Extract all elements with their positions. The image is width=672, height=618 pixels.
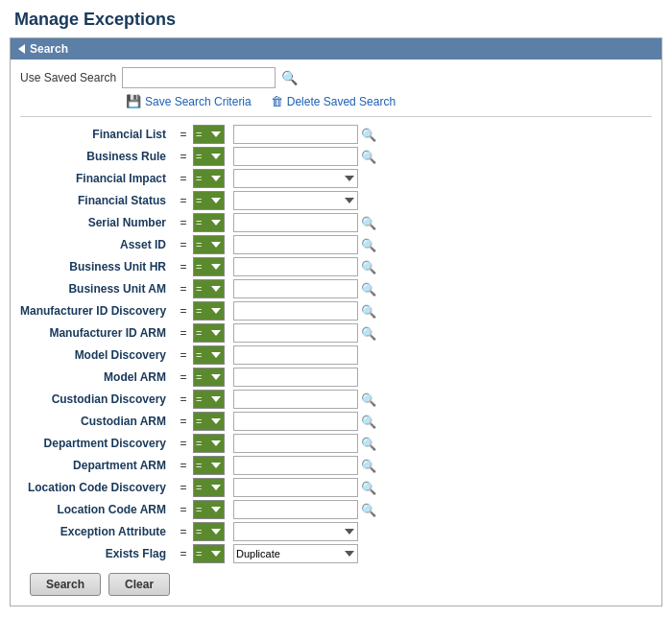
saved-search-label: Use Saved Search (20, 71, 116, 84)
field-value-input[interactable] (233, 500, 358, 519)
search-button[interactable]: Search (30, 573, 101, 596)
field-label-financial-impact: Financial Impact (20, 172, 174, 185)
operator-select[interactable]: =!=<><=>= (193, 434, 225, 453)
equals-sign: = (174, 547, 193, 560)
operator-select[interactable]: =!=<><=>= (193, 368, 225, 387)
triangle-icon (18, 44, 25, 54)
field-label-exception-attribute: Exception Attribute (20, 525, 174, 538)
field-search-icon[interactable]: 🔍 (361, 128, 376, 142)
field-row: Department Discovery==!=<><=>=🔍 (20, 434, 652, 453)
field-row: Location Code Discovery==!=<><=>=🔍 (20, 478, 652, 497)
field-row: Exception Attribute==!=<><=>= (20, 522, 652, 541)
field-search-icon[interactable]: 🔍 (361, 150, 376, 164)
field-search-icon[interactable]: 🔍 (361, 459, 376, 473)
field-search-icon[interactable]: 🔍 (361, 260, 376, 274)
divider (20, 116, 652, 117)
field-value-input[interactable] (233, 434, 358, 453)
search-panel-header: Search (11, 38, 661, 59)
equals-sign: = (174, 503, 193, 516)
field-value-input[interactable] (233, 323, 358, 343)
field-search-icon[interactable]: 🔍 (361, 304, 376, 319)
field-value-input[interactable] (233, 279, 358, 298)
delete-icon: 🗑 (271, 94, 283, 108)
field-row: Manufacturer ID ARM==!=<><=>=🔍 (20, 323, 652, 343)
operator-select[interactable]: =!=<><=>= (193, 169, 225, 188)
field-search-icon[interactable]: 🔍 (361, 238, 376, 252)
field-value-input[interactable] (233, 412, 358, 431)
field-row: Financial Impact==!=<><=>= (20, 169, 652, 188)
field-value-dropdown[interactable] (233, 522, 358, 541)
equals-sign: = (174, 150, 193, 163)
field-search-icon[interactable]: 🔍 (361, 392, 376, 407)
field-search-icon[interactable]: 🔍 (361, 503, 376, 517)
field-label-location-code-discovery: Location Code Discovery (20, 481, 174, 494)
operator-select[interactable]: =!=<><=>= (193, 213, 225, 232)
buttons-row: Search Clear (20, 573, 652, 596)
field-value-input[interactable] (233, 368, 358, 387)
operator-select[interactable]: =!=<><=>= (193, 478, 225, 497)
operator-select[interactable]: =!=<><=>= (193, 301, 225, 321)
save-icon: 💾 (126, 94, 141, 108)
field-search-icon[interactable]: 🔍 (361, 415, 376, 429)
equals-sign: = (174, 194, 193, 207)
field-value-input[interactable] (233, 478, 358, 497)
equals-sign: = (174, 172, 193, 185)
operator-select[interactable]: =!=<><=>= (193, 257, 225, 276)
field-row: Business Unit HR==!=<><=>=🔍 (20, 257, 652, 276)
operator-select[interactable]: =!=<><=>= (193, 522, 225, 541)
field-row: Custodian ARM==!=<><=>=🔍 (20, 412, 652, 431)
field-value-input[interactable] (233, 213, 358, 232)
field-search-icon[interactable]: 🔍 (361, 481, 376, 495)
field-label-model-discovery: Model Discovery (20, 348, 174, 362)
operator-select[interactable]: =!=<><=>= (193, 323, 225, 343)
field-label-custodian-discovery: Custodian Discovery (20, 392, 174, 406)
field-value-input[interactable] (233, 147, 358, 166)
save-search-criteria-link[interactable]: 💾 Save Search Criteria (126, 94, 252, 108)
equals-sign: = (174, 392, 193, 406)
equals-sign: = (174, 326, 193, 340)
equals-sign: = (174, 415, 193, 428)
equals-sign: = (174, 238, 193, 251)
operator-select[interactable]: =!=<><=>= (193, 125, 225, 144)
field-value-input[interactable] (233, 125, 358, 144)
save-search-criteria-label: Save Search Criteria (145, 95, 252, 108)
field-value-input[interactable] (233, 301, 358, 321)
operator-select[interactable]: =!=<><=>= (193, 456, 225, 475)
field-search-icon[interactable]: 🔍 (361, 216, 376, 230)
operator-select[interactable]: =!=<><=>= (193, 544, 225, 563)
operator-select[interactable]: =!=<><=>= (193, 345, 225, 365)
operator-select[interactable]: =!=<><=>= (193, 279, 225, 298)
equals-sign: = (174, 525, 193, 538)
field-value-input[interactable] (233, 390, 358, 409)
search-panel-header-label: Search (30, 42, 68, 56)
operator-select[interactable]: =!=<><=>= (193, 412, 225, 431)
saved-search-row: Use Saved Search 🔍 (20, 67, 652, 88)
field-label-business-unit-hr: Business Unit HR (20, 260, 174, 273)
field-value-input[interactable] (233, 456, 358, 475)
clear-button[interactable]: Clear (108, 573, 170, 596)
operator-select[interactable]: =!=<><=>= (193, 500, 225, 519)
equals-sign: = (174, 459, 193, 472)
saved-search-magnifier-icon[interactable]: 🔍 (281, 70, 298, 85)
field-label-serial-number: Serial Number (20, 216, 174, 229)
operator-select[interactable]: =!=<><=>= (193, 191, 225, 210)
field-search-icon[interactable]: 🔍 (361, 326, 376, 341)
operator-select[interactable]: =!=<><=>= (193, 147, 225, 166)
equals-sign: = (174, 437, 193, 450)
field-value-dropdown[interactable] (233, 191, 358, 210)
equals-sign: = (174, 481, 193, 494)
field-search-icon[interactable]: 🔍 (361, 282, 376, 297)
field-value-input[interactable] (233, 257, 358, 276)
delete-saved-search-link[interactable]: 🗑 Delete Saved Search (271, 94, 396, 108)
field-value-input[interactable] (233, 235, 358, 254)
field-label-manufacturer-id-arm: Manufacturer ID ARM (20, 326, 174, 340)
field-value-dropdown[interactable] (233, 169, 358, 188)
saved-search-input[interactable] (122, 67, 276, 88)
field-value-dropdown[interactable]: Duplicate (233, 544, 358, 563)
field-search-icon[interactable]: 🔍 (361, 437, 376, 451)
field-label-business-unit-am: Business Unit AM (20, 282, 174, 296)
operator-select[interactable]: =!=<><=>= (193, 390, 225, 409)
field-label-asset-id: Asset ID (20, 238, 174, 251)
operator-select[interactable]: =!=<><=>= (193, 235, 225, 254)
field-value-input[interactable] (233, 345, 358, 365)
